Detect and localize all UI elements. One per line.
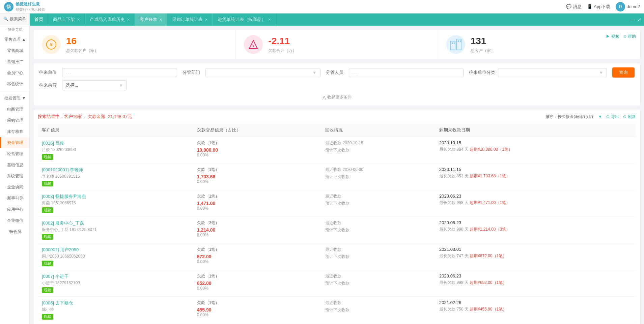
tab-incoming-stats[interactable]: 进货单统计表（按商品） ✕ bbox=[213, 13, 276, 26]
customer-code: [0001020001] bbox=[42, 167, 69, 172]
from-unit-input[interactable]: ··· bbox=[62, 68, 177, 77]
cell-overdue-6: 2021.02.26 最长欠款 750 天 超期¥455.90（1笔） bbox=[435, 297, 636, 323]
tab-close-icon[interactable]: ✕ bbox=[77, 18, 80, 22]
minimize-icon[interactable]: — bbox=[631, 17, 635, 22]
overdue-amount[interactable]: 超期¥1,703.68（1笔） bbox=[470, 174, 510, 178]
filter-dept-label: 分管部门 bbox=[183, 69, 203, 76]
refresh-button[interactable]: ⊙ 刷新 bbox=[623, 114, 636, 120]
sidebar-item-enterprise-coop[interactable]: 企业协同 bbox=[0, 182, 29, 193]
sidebar-item-business-mgmt[interactable]: 经营管理 bbox=[0, 148, 29, 159]
sidebar-search[interactable]: 🔍 搜索菜单 bbox=[0, 13, 29, 25]
overdue-amount[interactable]: 超期¥652.00（1笔） bbox=[470, 280, 507, 285]
overdue-amount[interactable]: 超期¥1,214.00（3笔） bbox=[470, 227, 510, 232]
balance-select[interactable]: 选择... ▼ bbox=[62, 80, 127, 90]
customer-name[interactable]: 去下粮仓 bbox=[55, 300, 73, 305]
export-button[interactable]: ⊙ 导出 bbox=[606, 114, 619, 120]
tab-customer-account[interactable]: 客户账本 ✕ bbox=[135, 13, 167, 26]
person-input[interactable]: ··· bbox=[349, 68, 464, 77]
sidebar-label: 零售商城 bbox=[7, 48, 23, 53]
next-collection: 预计下次收款 bbox=[325, 254, 431, 260]
maximize-icon[interactable]: ⤢ bbox=[638, 17, 641, 22]
filter-dept: 分管部门 ▼ bbox=[183, 68, 320, 77]
customer-contact: 小进干 18279152100 bbox=[42, 280, 189, 286]
message-button[interactable]: 💬 消息 bbox=[566, 4, 582, 10]
sidebar-item-ecommerce[interactable]: 电商管理 bbox=[0, 104, 29, 115]
filter-from-unit: 往来单位 ··· bbox=[39, 68, 177, 77]
customer-name[interactable]: 畅捷服务尹海燕 bbox=[55, 194, 86, 199]
cell-debt-2: 欠款（1笔） 1,471.00 0.00% bbox=[193, 190, 321, 217]
tab-close-icon[interactable]: ✕ bbox=[205, 18, 208, 22]
debt-amount[interactable]: 672.00 bbox=[197, 254, 317, 259]
collapse-icon: ⋀ bbox=[323, 95, 326, 100]
query-button[interactable]: 查询 bbox=[612, 67, 635, 78]
tab-product-history[interactable]: 产成品入库单历史 ✕ bbox=[85, 13, 135, 26]
sidebar-item-enterprise-wx[interactable]: 企业微信 bbox=[0, 215, 29, 226]
sidebar-item-member-vip[interactable]: 畅会员 bbox=[0, 226, 29, 237]
debt-amount[interactable]: 652.00 bbox=[197, 281, 317, 286]
sidebar-item-retail-mgmt[interactable]: 零售管理 ▲ bbox=[0, 34, 29, 45]
results-area: 搜索结果中，客户16家， 欠款金额 -21,148.07元 排序：按欠款金额倒序… bbox=[34, 110, 640, 324]
sidebar-item-basic-info[interactable]: 基础信息 bbox=[0, 159, 29, 171]
tab-product-offline[interactable]: 商品上下架 ✕ bbox=[48, 13, 85, 26]
app-download-button[interactable]: 📱 App下载 bbox=[587, 4, 610, 10]
sidebar-item-capital-mgmt[interactable]: 资金管理 bbox=[0, 137, 29, 148]
debt-desc: 欠款（3笔） bbox=[197, 220, 317, 226]
tab-close-icon[interactable]: ✕ bbox=[159, 18, 162, 22]
svg-rect-6 bbox=[452, 42, 453, 44]
due-date: 2020.10.15 bbox=[439, 140, 632, 145]
debt-amount[interactable]: 455.90 bbox=[197, 307, 317, 313]
overdue-amount[interactable]: 超期¥10,000.00（1笔） bbox=[470, 147, 512, 152]
customer-name[interactable]: 李老师 bbox=[70, 167, 83, 172]
tab-purchase-order[interactable]: 采购订单统计表 ✕ bbox=[167, 13, 213, 26]
unit-class-select[interactable]: ▼ bbox=[498, 68, 607, 77]
tab-home[interactable]: 首页 bbox=[30, 13, 48, 26]
customer-name[interactable]: 服务中心_丁磊 bbox=[55, 220, 84, 226]
overdue-amount[interactable]: 超期¥455.90（1笔） bbox=[470, 307, 507, 312]
debt-amount[interactable]: 1,703.68 bbox=[197, 174, 317, 179]
help-action[interactable]: ⊙ 帮助 bbox=[623, 34, 636, 39]
debt-amount[interactable]: 1,214.00 bbox=[197, 227, 317, 233]
video-action[interactable]: ▶ 视频 bbox=[606, 34, 619, 39]
sidebar-label: 企业协同 bbox=[7, 185, 23, 189]
dept-select[interactable]: ▼ bbox=[205, 68, 320, 77]
sidebar-item-batch-mgmt[interactable]: 批发管理 ▼ bbox=[0, 93, 29, 104]
debt-amount-number: -2.11 bbox=[268, 36, 297, 47]
overdue-amount[interactable]: 超期¥1,471.00（1笔） bbox=[470, 200, 510, 205]
customer-name[interactable]: 吕俊 bbox=[55, 141, 64, 146]
debt-amount[interactable]: 10,000.00 bbox=[197, 147, 317, 153]
debt-amount[interactable]: 1,471.00 bbox=[197, 201, 317, 206]
stat-card-debt-customers: ¥ 16 总欠款客户（家） bbox=[34, 30, 236, 59]
customer-name[interactable]: 用户2050 bbox=[60, 247, 79, 252]
customer-tag: 现销 bbox=[42, 181, 53, 186]
sidebar-item-member-center[interactable]: 会员中心 bbox=[0, 67, 29, 79]
sidebar-item-app-center[interactable]: 应用中心 bbox=[0, 204, 29, 215]
overdue-amount[interactable]: 超期¥672.00（1笔） bbox=[470, 254, 507, 258]
collapse-bar[interactable]: ⋀ 收起更多条件 bbox=[39, 93, 635, 101]
tab-close-icon[interactable]: ✕ bbox=[268, 18, 271, 22]
cell-recovery-4: 最近收款 预计下次收款 bbox=[321, 243, 435, 270]
sidebar-item-retail-stats[interactable]: 零售统计 bbox=[0, 79, 29, 90]
sidebar-item-inventory[interactable]: 库存核算 bbox=[0, 126, 29, 137]
debt-pct: 0.00% bbox=[197, 286, 317, 291]
debt-pct: 0.00% bbox=[197, 179, 317, 184]
table-row: [000002] 用户2050 用户2050 18665062050 现销 欠款… bbox=[38, 243, 636, 270]
user-menu[interactable]: D demo2 bbox=[616, 2, 640, 11]
debt-pct: 0.00% bbox=[197, 153, 317, 157]
tab-close-icon[interactable]: ✕ bbox=[127, 18, 130, 22]
sidebar-item-marketing[interactable]: 营销推广 bbox=[0, 56, 29, 67]
cell-customer-6: [0006] 去下粮仓 陈小带 现销 bbox=[38, 297, 193, 323]
customer-tag: 现销 bbox=[42, 207, 53, 213]
customer-code: [0003] bbox=[42, 194, 54, 199]
overdue-days: 最长欠款 998 天 超期¥1,471.00（1笔） bbox=[439, 200, 632, 206]
overdue-days: 最长欠款 998 天 超期¥1,214.00（3笔） bbox=[439, 227, 632, 232]
last-collection: 最近收款 bbox=[325, 300, 431, 306]
next-collection: 预计下次收款 bbox=[325, 147, 431, 153]
sidebar-item-new-guide[interactable]: 新手引导 bbox=[0, 193, 29, 204]
customer-name[interactable]: 小进干 bbox=[55, 274, 68, 279]
customer-code: [000002] bbox=[42, 247, 59, 252]
next-collection: 预计下次收款 bbox=[325, 227, 431, 233]
sidebar-item-system-mgmt[interactable]: 系统管理 bbox=[0, 171, 29, 182]
refresh-icon: ⊙ bbox=[623, 114, 626, 119]
sidebar-item-purchase-mgmt[interactable]: 采购管理 bbox=[0, 115, 29, 126]
sidebar-item-retail-mall[interactable]: 零售商城 bbox=[0, 45, 29, 56]
